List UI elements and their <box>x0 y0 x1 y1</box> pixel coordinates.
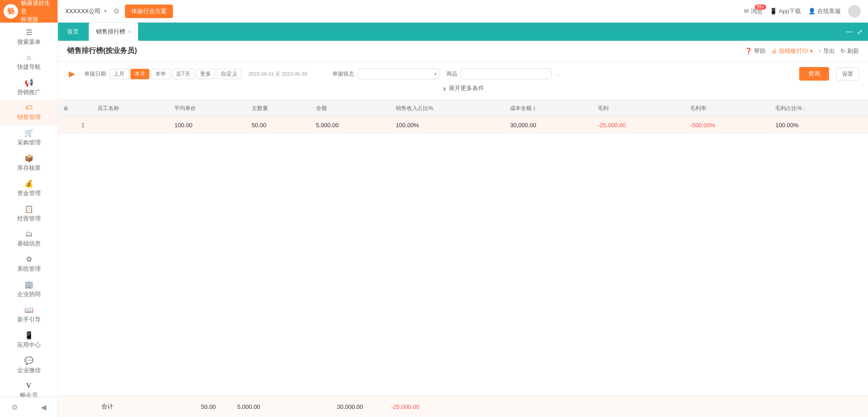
col-settings[interactable]: ⚙ <box>58 100 74 117</box>
online-service-btn[interactable]: 👤 在线客服 <box>808 7 841 15</box>
date-range-buttons: 上月 本月 本年 近7天 更多 自定义 <box>110 69 241 79</box>
footer-cost-total: 30,000.00 <box>331 402 386 412</box>
footer-profit-pct <box>476 405 522 408</box>
message-badge: 99+ <box>755 5 766 10</box>
refresh-button[interactable]: ↻ 刷新 <box>840 47 859 55</box>
enterprise-icon: 🏢 <box>24 280 34 289</box>
company-name: XXXXXX公司 <box>65 7 101 15</box>
service-icon: 👤 <box>808 8 815 14</box>
col-sales-pct: 销售收入占比% <box>390 100 504 117</box>
sidebar-bottom: ⚙ ◀ <box>0 397 58 417</box>
query-button[interactable]: 查询 <box>799 67 829 81</box>
sidebar-item-apps[interactable]: 📱 应用中心 <box>0 327 58 353</box>
search-menu-icon: ☰ <box>26 28 32 37</box>
table-container: ⚙ 员工名称 平均单价 主数量 全额 销售收入占比% 成本全额 ℹ 毛利 毛利率… <box>58 100 868 396</box>
app-download-btn[interactable]: 📱 App下载 <box>770 7 801 15</box>
sidebar-item-basic[interactable]: 🗂 基础信息 <box>0 226 58 251</box>
this-year-btn[interactable]: 本年 <box>151 69 170 79</box>
apps-icon: 📱 <box>24 331 34 340</box>
sidebar-item-member[interactable]: V 畅会员 <box>0 378 58 397</box>
col-avg-price: 平均单价 <box>169 100 246 117</box>
date-filter: 单据日期 上月 本月 本年 近7天 更多 自定义 <box>84 69 241 79</box>
cell-total: 5,000.00 <box>311 117 391 134</box>
logo-text: 畅康通好生意 标准版 <box>21 0 54 24</box>
tab-close-icon[interactable]: × <box>128 29 131 34</box>
table-row: 1 100.00 50.00 5,000.00 100.00% 30,000.0… <box>58 117 868 134</box>
col-profit-pct: 毛利占比% ↕ <box>770 100 868 117</box>
operations-icon: 📋 <box>24 205 34 213</box>
sidebar-item-wechat[interactable]: 💬 企业微信 <box>0 353 58 378</box>
user-avatar[interactable] <box>848 5 861 18</box>
print-button[interactable]: 🖨 按模板打印 ▾ <box>771 47 813 55</box>
sidebar-nav: ☰ 搜索菜单 ⌂ 快捷导航 📢 营销推广 🏷 销售管理 🛒 采购管理 📦 库存核… <box>0 23 58 397</box>
help-button[interactable]: ❓ 帮助 <box>745 47 766 55</box>
sidebar-item-marketing[interactable]: 📢 营销推广 <box>0 75 58 100</box>
sidebar-item-guide[interactable]: 📖 新手引导 <box>0 302 58 327</box>
sidebar-item-search[interactable]: ☰ 搜索菜单 <box>0 24 58 50</box>
sidebar-settings-btn[interactable]: ⚙ <box>8 401 21 413</box>
sidebar: 畅 畅康通好生意 标准版 ☰ 搜索菜单 ⌂ 快捷导航 📢 营销推广 🏷 销售管理… <box>0 0 58 417</box>
chevron-down-icon: ▼ <box>103 9 108 14</box>
sidebar-item-sales[interactable]: 🏷 销售管理 <box>0 100 58 125</box>
content-area: 销售排行榜(按业务员) ❓ 帮助 🖨 按模板打印 ▾ ↑ 导出 ↻ 刷新 <box>58 41 868 417</box>
topbar-settings-icon[interactable]: ⚙ <box>113 7 120 15</box>
table-header-row: ⚙ 员工名称 平均单价 主数量 全额 销售收入占比% 成本全额 ℹ 毛利 毛利率… <box>58 100 868 117</box>
page-title: 销售排行榜(按业务员) <box>67 46 137 56</box>
finance-icon: 💰 <box>24 179 34 188</box>
settings-button[interactable]: 设置 <box>836 67 859 81</box>
tab-sales-ranking[interactable]: 销售排行榜 × <box>89 23 138 41</box>
sidebar-item-finance[interactable]: 💰 资金管理 <box>0 176 58 201</box>
col-profit: 毛利 <box>592 100 685 117</box>
curr-month-btn[interactable]: 本月 <box>130 69 149 79</box>
status-label: 单据状态 <box>332 70 354 78</box>
sidebar-item-enterprise[interactable]: 🏢 企业协同 <box>0 277 58 302</box>
sidebar-collapse-btn[interactable]: ◀ <box>37 401 50 413</box>
cell-name <box>92 117 169 134</box>
col-name: 员工名称 <box>92 100 169 117</box>
last-7days-btn[interactable]: 近7天 <box>172 69 194 79</box>
data-table: ⚙ 员工名称 平均单价 主数量 全额 销售收入占比% 成本全额 ℹ 毛利 毛利率… <box>58 100 868 134</box>
cell-main-qty: 50.00 <box>246 117 311 134</box>
export-icon: ↑ <box>819 48 822 54</box>
sidebar-item-purchase[interactable]: 🛒 采购管理 <box>0 125 58 150</box>
chevron-down-expand-icon: ∨ <box>442 85 447 92</box>
goods-input[interactable] <box>461 68 551 79</box>
footer-total-label: 合计 <box>96 401 150 412</box>
message-btn[interactable]: ✉ 消息 99+ <box>744 7 762 15</box>
footer-total: 5,000.00 <box>232 402 277 412</box>
sidebar-item-system[interactable]: ⚙ 系统管理 <box>0 251 58 277</box>
sales-icon: 🏷 <box>25 104 33 112</box>
custom-date-btn[interactable]: 自定义 <box>217 69 241 79</box>
basic-icon: 🗂 <box>25 230 33 238</box>
goods-filter: 商品 ... <box>446 68 560 79</box>
tab-home[interactable]: 首页 <box>58 23 88 41</box>
tab-minimize-icon[interactable]: — <box>846 28 853 36</box>
sidebar-item-inventory[interactable]: 📦 库存核算 <box>0 150 58 176</box>
goods-more-icon[interactable]: ... <box>555 71 560 77</box>
cell-sales-pct: 100.00% <box>390 117 504 134</box>
cell-rank: 1 <box>74 117 92 134</box>
filter-area: ▶ 单据日期 上月 本月 本年 近7天 更多 自定义 2023-06-01 至 … <box>58 62 868 100</box>
filter-expand-icon[interactable]: ▶ <box>67 68 77 80</box>
logo-icon: 畅 <box>4 4 18 19</box>
app-icon: 📱 <box>770 8 777 14</box>
sidebar-item-shortcut[interactable]: ⌂ 快捷导航 <box>0 50 58 75</box>
export-button[interactable]: ↑ 导出 <box>819 47 835 55</box>
tab-expand-icon[interactable]: ⤢ <box>857 28 863 36</box>
help-icon: ❓ <box>745 48 752 54</box>
footer-label <box>63 405 96 408</box>
prev-month-btn[interactable]: 上月 <box>110 69 129 79</box>
expand-conditions-btn[interactable]: ∨ 展开更多条件 <box>67 81 859 94</box>
sidebar-item-operations[interactable]: 📋 经营管理 <box>0 201 58 226</box>
page-actions: ❓ 帮助 🖨 按模板打印 ▾ ↑ 导出 ↻ 刷新 <box>745 47 859 55</box>
sidebar-logo: 畅 畅康通好生意 标准版 <box>0 0 58 23</box>
system-icon: ⚙ <box>26 255 32 264</box>
status-select[interactable] <box>358 68 439 79</box>
footer-profit-rate <box>431 405 476 408</box>
member-icon: V <box>26 382 32 390</box>
inventory-icon: 📦 <box>24 154 34 163</box>
company-selector[interactable]: XXXXXX公司 ▼ <box>65 7 108 15</box>
trial-button[interactable]: 体验行业方案 <box>125 5 173 18</box>
more-dates-btn[interactable]: 更多 <box>196 69 215 79</box>
cell-profit: -25,000.00 <box>592 117 685 134</box>
